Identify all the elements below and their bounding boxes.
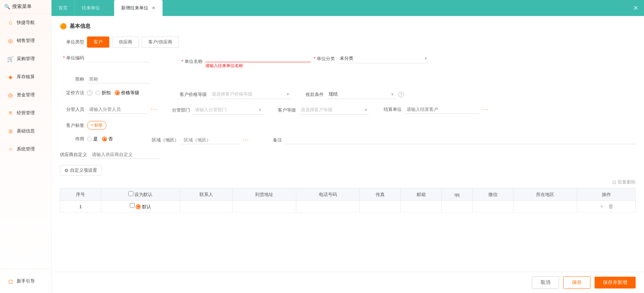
settlement-group: 结算单位 ··· [377, 105, 489, 114]
sidebar-search-label: 搜索菜单 [12, 3, 32, 10]
settlement-more-btn[interactable]: ··· [482, 106, 489, 113]
department-placeholder: 请输入分管部门 [195, 107, 258, 113]
customer-level-placeholder: 请选择客户等级 [301, 107, 363, 113]
custom-settings-label: 自定义项设置 [70, 167, 97, 173]
pricing-help-icon[interactable]: ? [87, 90, 93, 96]
disable-no-label: 否 [108, 136, 113, 142]
sidebar-item-finance[interactable]: ◎ 资金管理 [1, 87, 50, 103]
unit-name-input[interactable] [205, 54, 311, 62]
add-tag-button[interactable]: + 标签 [87, 121, 107, 130]
department-chevron: ▾ [259, 107, 261, 112]
disable-radio-group: 是 否 [87, 136, 113, 142]
col-action: 操作 [577, 188, 636, 201]
supplier-custom-input[interactable] [90, 150, 159, 159]
customer-price-select[interactable]: 请选择客户价格等级 ▾ [210, 90, 291, 99]
tab-home-label: 首页 [58, 5, 68, 11]
sidebar: 🔍 搜索菜单 ⌂ 快捷导航 ◎ 销售管理 🛒 采购管理 ◈ 库存核算 ◎ 资金管… [0, 0, 52, 293]
tab-new-partner[interactable]: 新增往来单位 ✕ [114, 0, 163, 16]
save-add-button[interactable]: 保存并新增 [595, 277, 636, 288]
custom-settings-button[interactable]: ⚙ 自定义项设置 [60, 165, 102, 176]
disable-yes[interactable]: 是 [87, 136, 98, 142]
pricing-radio-level[interactable]: 价格等级 [115, 90, 139, 96]
manager-label: 分管人员 [60, 106, 84, 113]
sales-icon: ◎ [7, 37, 14, 44]
unit-type-label: 单位类型 [60, 39, 84, 45]
payment-terms-label: 收款条件 [299, 91, 324, 98]
batch-delete-area: ⊡ 批量删除 [60, 179, 636, 185]
shortname-group: 简称 [60, 75, 178, 83]
type-btn-customer[interactable]: 客户 [87, 36, 109, 48]
region-input[interactable] [182, 136, 240, 144]
disable-no[interactable]: 否 [102, 136, 113, 142]
tab-new-partner-close[interactable]: ✕ [152, 6, 155, 10]
row-checkbox[interactable] [130, 203, 135, 208]
settlement-input[interactable] [405, 105, 479, 114]
manager-more-btn[interactable]: ··· [151, 106, 157, 113]
save-button[interactable]: 保存 [563, 276, 590, 289]
table-header-row: 序号 设为默认 联系人 到货地址 电话号码 传真 邮箱 qq 微信 所在地区 操… [60, 188, 636, 201]
col-address: 到货地址 [232, 188, 296, 201]
sidebar-item-label: 快捷导航 [17, 19, 35, 26]
sidebar-item-guide[interactable]: ◻ 新手引导 [1, 273, 50, 290]
inventory-icon: ◈ [7, 73, 14, 80]
manager-input[interactable] [87, 105, 148, 114]
unit-code-group: 单位编码 000009 [60, 54, 178, 62]
tab-partners[interactable]: 往来单位 ✕ [75, 0, 114, 16]
unit-type-row: 单位类型 客户 供应商 客户/供应商 [60, 36, 636, 48]
cancel-button[interactable]: 取消 [532, 276, 559, 289]
department-label: 分管部门 [166, 107, 190, 113]
row-default-radio[interactable]: 默认 [136, 204, 151, 210]
pricing-radio-discount[interactable]: 折扣 [95, 90, 111, 96]
main-area: 首页 往来单位 ✕ 新增往来单位 ✕ ✕ 🟠 基本信息 单位类型 客户 供应商 … [52, 0, 644, 293]
note-input[interactable] [285, 136, 636, 144]
pricing-radio-group: 折扣 价格等级 [95, 90, 139, 96]
payment-terms-select[interactable]: 现结 ▾ [327, 90, 395, 99]
region-more-btn[interactable]: ··· [243, 137, 249, 143]
col-phone: 电话号码 [296, 188, 360, 201]
sidebar-item-label: 基础信息 [17, 128, 35, 134]
sidebar-item-operations[interactable]: ≡ 经营管理 [1, 105, 50, 121]
unit-category-chevron: ▾ [425, 56, 427, 61]
sidebar-item-quick-nav[interactable]: ⌂ 快捷导航 [1, 14, 50, 31]
purchase-icon: 🛒 [7, 55, 14, 62]
row-phone [296, 201, 360, 212]
customer-level-select[interactable]: 请选择客户等级 ▾ [299, 105, 369, 115]
department-select[interactable]: 请输入分管部门 ▾ [193, 105, 263, 115]
note-group: 备注 [258, 136, 636, 144]
supplier-custom-label: 供应商自定义 [60, 152, 87, 158]
unit-type-group: 单位类型 客户 供应商 客户/供应商 [60, 36, 636, 48]
sidebar-search[interactable]: 🔍 搜索菜单 [0, 0, 51, 14]
tab-partners-close[interactable]: ✕ [103, 6, 107, 10]
unit-name-input-wrapper: 请输入往来单位名称 [205, 54, 311, 69]
delete-row-button[interactable]: 🗑 [607, 203, 614, 210]
sidebar-item-label: 采购管理 [17, 56, 35, 62]
tab-partners-label: 往来单位 [82, 5, 100, 11]
tab-bar-close-all[interactable]: ✕ [628, 4, 644, 12]
sidebar-item-sales[interactable]: ◎ 销售管理 [1, 32, 50, 49]
sidebar-item-system[interactable]: ○ 系统管理 [1, 141, 50, 157]
add-row-button[interactable]: + [598, 203, 605, 210]
row-seq: 1 [60, 201, 101, 212]
batch-delete-label[interactable]: 批量删除 [618, 179, 636, 185]
customer-level-chevron: ▾ [365, 107, 367, 112]
unit-category-select[interactable]: 未分类 ▾ [338, 54, 429, 63]
unit-code-input[interactable]: 000009 [87, 54, 150, 62]
shortname-input[interactable] [87, 75, 150, 83]
action-buttons: + 🗑 [581, 203, 632, 210]
manager-row: 分管人员 ··· 分管部门 请输入分管部门 ▾ 客户等级 请选择客户等级 ▾ 结… [60, 105, 636, 115]
sidebar-item-basic[interactable]: ≣ 基础信息 [1, 123, 50, 139]
tab-home[interactable]: 首页 [52, 0, 75, 16]
tag-row: 客户标签 + 标签 [60, 121, 636, 130]
type-btn-supplier[interactable]: 供应商 [112, 36, 139, 48]
sidebar-item-purchase[interactable]: 🛒 采购管理 [1, 50, 50, 67]
unit-category-label: 单位分类 [311, 56, 335, 62]
payment-terms-group: 收款条件 现结 ▾ ? [299, 90, 404, 99]
sidebar-item-label: 销售管理 [17, 38, 35, 44]
sidebar-item-inventory[interactable]: ◈ 库存核算 [1, 68, 50, 85]
type-btn-both[interactable]: 客户/供应商 [142, 36, 179, 48]
select-all-checkbox[interactable] [128, 191, 133, 196]
system-icon: ○ [7, 146, 14, 153]
shortname-row: 简称 [60, 75, 636, 83]
row-default: 默认 [101, 201, 180, 212]
payment-help-icon[interactable]: ? [398, 92, 404, 97]
